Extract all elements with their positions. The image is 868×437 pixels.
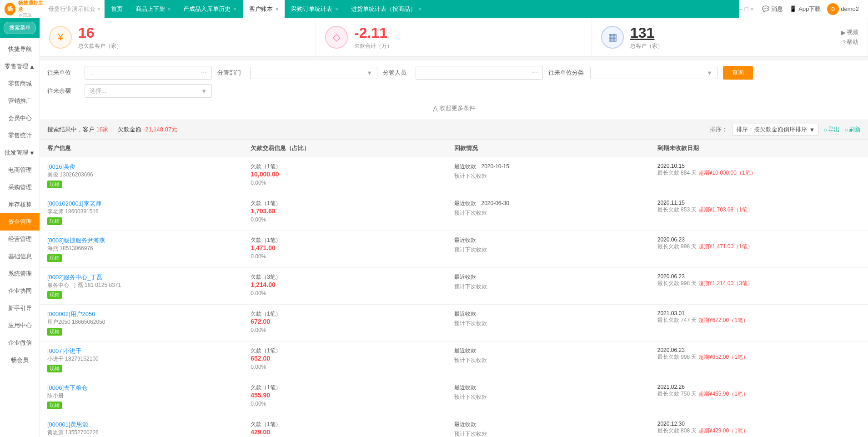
sidebar-nav: 快捷导航 零售管理▲ 零售商城 营销推广 会员中心 零售统计 批发管理▼ 电商管…: [0, 38, 40, 372]
tab-close-purchase-order[interactable]: ×: [335, 6, 338, 12]
overdue-amount-4[interactable]: 超期¥672.00（1笔）: [698, 317, 748, 323]
sidebar-item-retail-mgmt[interactable]: 零售管理▲: [0, 58, 40, 75]
due-days-6: 最长欠款 750 天 超期¥455.90（1笔）: [657, 390, 861, 398]
from-unit-input[interactable]: ... ···: [85, 66, 212, 80]
maximize-button[interactable]: □: [744, 5, 748, 13]
person-input[interactable]: ···: [416, 66, 543, 80]
customer-phone-3: 服务中心_丁磊 181 0125 8371: [47, 281, 251, 289]
tab-bar: 首页 商品上下架 × 产成品入库单历史 × 客户账本 × 采购订单统计表 × 进…: [105, 0, 739, 18]
tab-close-product-history[interactable]: ×: [233, 6, 236, 12]
stat-text-debt: -2.11 欠款合计（万）: [354, 25, 392, 50]
balance-select[interactable]: 选择... ▼: [85, 84, 212, 98]
stat-label-total: 总客户（家）: [630, 42, 663, 50]
debt-amount-2[interactable]: 1,471.00: [251, 244, 454, 251]
customer-name-5[interactable]: [0007]小进干: [47, 347, 251, 355]
sort-select[interactable]: 排序：按欠款金额倒序排序 ▼: [732, 124, 819, 136]
cell-customer-info-0: [0016]吴俊 吴俊 13026203696 现销: [47, 163, 251, 188]
help-button[interactable]: ? 帮助: [843, 38, 858, 46]
overdue-amount-6[interactable]: 超期¥455.90（1笔）: [698, 391, 748, 397]
customer-name-4[interactable]: [000002]用户2050: [47, 310, 251, 318]
tab-stock-stats[interactable]: 进货单统计表（按商品） ×: [345, 0, 428, 18]
sidebar-item-member-center[interactable]: 会员中心: [0, 110, 40, 127]
payment-recent-3: 最近收款: [454, 273, 657, 281]
debt-amount-4[interactable]: 672.00: [251, 318, 454, 325]
search-button[interactable]: 查询: [723, 66, 753, 80]
unit-category-select[interactable]: ▼: [590, 67, 717, 79]
sidebar-item-batch-mgmt[interactable]: 批发管理▼: [0, 144, 40, 161]
sidebar-item-retail-stats[interactable]: 零售统计: [0, 127, 40, 144]
tab-close-customer-account[interactable]: ×: [276, 6, 278, 12]
cell-payment-3: 最近收款 预计下次收款: [454, 273, 657, 291]
sidebar-item-ops-mgmt[interactable]: 经营管理: [0, 231, 40, 248]
customer-name-1[interactable]: [0001020001]李老师: [47, 200, 251, 208]
tab-close-stock-stats[interactable]: ×: [419, 6, 421, 12]
due-days-5: 最长欠款 998 天 超期¥652.00（1笔）: [657, 353, 861, 361]
export-button[interactable]: ○ 导出: [823, 126, 840, 134]
overdue-amount-7[interactable]: 超期¥429.00（1笔）: [698, 427, 748, 434]
user-avatar-button[interactable]: D demo2: [827, 3, 859, 15]
sidebar-item-ecommerce[interactable]: 电商管理: [0, 161, 40, 179]
app-download-button[interactable]: 📱 App下载: [789, 5, 821, 13]
sidebar-item-basic-info[interactable]: 基础信息: [0, 248, 40, 265]
overdue-amount-1[interactable]: 超期¥1,703.68（1笔）: [698, 206, 753, 213]
customer-name-7[interactable]: [000001]黄思源: [47, 421, 251, 429]
cell-due-date-6: 2021.02.26 最长欠款 750 天 超期¥455.90（1笔）: [657, 384, 861, 398]
sidebar-item-enterprise-coop[interactable]: 企业协同: [0, 282, 40, 300]
overdue-amount-5[interactable]: 超期¥652.00（1笔）: [698, 354, 748, 360]
search-menu-button[interactable]: 搜索菜单: [4, 22, 36, 34]
sidebar-item-marketing[interactable]: 营销推广: [0, 92, 40, 110]
minimize-button[interactable]: −: [739, 5, 743, 13]
table-header: 客户信息 欠款交易信息（占比） 回款情况 到期未收款日期: [40, 140, 868, 157]
cell-due-date-5: 2020.06.23 最长欠款 998 天 超期¥652.00（1笔）: [657, 347, 861, 361]
tab-home[interactable]: 首页: [105, 0, 129, 18]
close-button[interactable]: ×: [750, 5, 754, 13]
sidebar-item-quick-nav[interactable]: 快捷导航: [0, 40, 40, 58]
tab-purchase-order[interactable]: 采购订单统计表 ×: [285, 0, 344, 18]
cell-customer-info-3: [0002]服务中心_丁磊 服务中心_丁磊 181 0125 8371 现销: [47, 273, 251, 299]
sidebar-item-inventory[interactable]: 库存核算: [0, 196, 40, 213]
sidebar-item-system-mgmt[interactable]: 系统管理: [0, 265, 40, 282]
debt-amount-7[interactable]: 429.00: [251, 428, 454, 436]
customer-name-0[interactable]: [0016]吴俊: [47, 163, 251, 171]
balance-label: 往来余额: [47, 87, 79, 95]
collapse-button[interactable]: ⋀ 收起更多条件: [431, 102, 477, 114]
debt-amount-5[interactable]: 652.00: [251, 355, 454, 362]
due-days-4: 最长欠款 747 天 超期¥672.00（1笔）: [657, 316, 861, 324]
sidebar-item-enterprise-wechat[interactable]: 企业微信: [0, 334, 40, 352]
tab-product-history[interactable]: 产成品入库单历史 ×: [177, 0, 242, 18]
customer-phone-4: 用户2050 18665062050: [47, 318, 251, 326]
logo-text-line1: 畅捷通好生意: [18, 0, 45, 12]
overdue-amount-2[interactable]: 超期¥1,471.00（1笔）: [698, 243, 753, 250]
payment-next-2: 预计下次收款: [454, 246, 657, 254]
logo-icon: 畅: [5, 3, 15, 15]
overdue-amount-0[interactable]: 超期¥10,000.00（1笔）: [698, 170, 756, 176]
sidebar-item-new-guide[interactable]: 新手引导: [0, 300, 40, 317]
payment-recent-7: 最近收款: [454, 421, 657, 428]
sidebar-item-finance[interactable]: 资金管理: [0, 213, 40, 231]
customer-name-6[interactable]: [0006]去下粮仓: [47, 384, 251, 392]
message-button[interactable]: 💬 消息: [762, 5, 783, 13]
debt-amount-6[interactable]: 455.90: [251, 392, 454, 399]
table-row: [0016]吴俊 吴俊 13026203696 现销 欠款（1笔） 10,000…: [40, 157, 868, 194]
customer-name-3[interactable]: [0002]服务中心_丁磊: [47, 273, 251, 281]
debt-amount-1[interactable]: 1,703.68: [251, 207, 454, 215]
video-button[interactable]: ▶ 视频: [841, 28, 858, 36]
overdue-amount-3[interactable]: 超期¥1,214.00（3笔）: [698, 280, 753, 286]
tab-close-products-off[interactable]: ×: [168, 6, 171, 12]
cell-debt-info-2: 欠款（1笔） 1,471.00 0.00%: [251, 236, 454, 260]
debt-amount-0[interactable]: 10,000.00: [251, 171, 454, 178]
customer-name-2[interactable]: [0003]畅捷服务尹海燕: [47, 236, 251, 245]
sidebar-item-purchase-mgmt[interactable]: 采购管理: [0, 179, 40, 196]
dept-select[interactable]: ▼: [250, 67, 377, 79]
debt-amount-3[interactable]: 1,214.00: [251, 281, 454, 288]
sidebar-item-vip-member[interactable]: 畅会员: [0, 352, 40, 369]
sidebar-item-retail-store[interactable]: 零售商城: [0, 75, 40, 92]
due-days-2: 最长欠款 998 天 超期¥1,471.00（1笔）: [657, 243, 861, 251]
tab-products-off[interactable]: 商品上下架 ×: [129, 0, 177, 18]
payment-next-6: 预计下次收款: [454, 393, 657, 401]
payment-next-7: 预计下次收款: [454, 430, 657, 437]
tab-customer-account[interactable]: 客户账本 ×: [243, 0, 285, 18]
refresh-button[interactable]: ○ 刷新: [844, 126, 861, 134]
sidebar-search-area: 搜索菜单: [0, 18, 40, 38]
sidebar-item-app-center[interactable]: 应用中心: [0, 317, 40, 334]
